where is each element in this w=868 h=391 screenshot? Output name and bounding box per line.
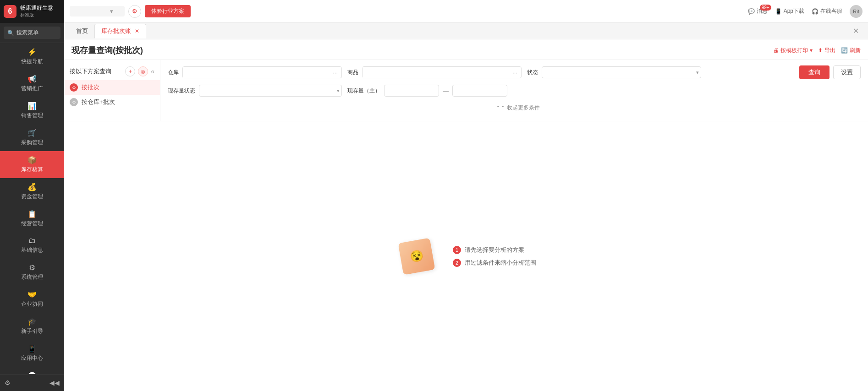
- marketing-icon: 📢: [27, 75, 37, 83]
- filter-item-by-warehouse-batch[interactable]: ⚙ 按仓库+批次: [64, 95, 160, 109]
- sidebar-item-inventory[interactable]: 📦 库存核算: [0, 151, 64, 178]
- chevron-up-icon: ⌃⌃: [496, 105, 505, 111]
- messages-button[interactable]: 💬 消息 99+: [748, 7, 768, 15]
- page-content: 现存量查询(按批次) 🖨 按模板打印 ▾ ⬆ 导出 🔄 刷新: [64, 39, 868, 391]
- message-icon: 💬: [748, 8, 755, 15]
- collapse-more-button[interactable]: ⌃⌃ 收起更多条件: [175, 102, 861, 115]
- filter-sidebar-title: 按以下方案查询: [70, 67, 111, 76]
- sidebar-item-corpwechat[interactable]: 💬 企业微信: [0, 367, 64, 374]
- operations-icon: 📋: [27, 210, 37, 218]
- warehouse-more-icon[interactable]: ···: [329, 69, 341, 76]
- dropdown-icon[interactable]: ▾: [110, 8, 113, 15]
- chevron-down-icon: ▾: [810, 47, 813, 54]
- tab-batch-inventory-label: 库存批次账: [101, 27, 131, 35]
- filter-panel: 按以下方案查询 + ◎ « ⚙ 按批次 ⚙ 按仓库+批次: [64, 60, 868, 121]
- qty-min-input[interactable]: [384, 85, 439, 97]
- page-title: 现存量查询(按批次): [71, 45, 143, 56]
- sidebar-item-label: 库存核算: [21, 166, 43, 174]
- search-icon: 🔍: [7, 30, 14, 36]
- goods-more-icon[interactable]: ···: [509, 69, 521, 76]
- inventory-status-label: 现存量状态: [168, 87, 195, 95]
- sidebar-item-newguide[interactable]: 🎓 新手引导: [0, 313, 64, 340]
- quick-nav-icon: ⚡: [27, 48, 37, 56]
- sidebar-item-finance[interactable]: 💰 资金管理: [0, 178, 64, 205]
- sidebar-item-sales[interactable]: 📊 销售管理: [0, 97, 64, 124]
- goods-input-wrapper: ···: [362, 66, 522, 78]
- close-all-button[interactable]: ✕: [849, 27, 863, 35]
- inventory-qty-label: 现存量（主）: [347, 87, 380, 95]
- topbar: ▾ ⚙ 体验行业方案 💬 消息 99+ 📱 App下载 🎧 在线客服 Rit: [64, 0, 868, 23]
- refresh-icon: 🔄: [841, 47, 848, 54]
- online-service-button[interactable]: 🎧 在线客服: [812, 7, 842, 15]
- filter-add-button[interactable]: +: [125, 66, 135, 76]
- empty-state: 1 请先选择要分析的方案 2 用过滤条件来缩小分析范围: [64, 121, 868, 391]
- refresh-button[interactable]: 🔄 刷新: [841, 47, 861, 54]
- page-header: 现存量查询(按批次) 🖨 按模板打印 ▾ ⬆ 导出 🔄 刷新: [64, 39, 868, 60]
- sidebar: 6 畅康通好生意 标准版 🔍 搜索菜单 ⚡ 快捷导航 📢 营销推广 📊 销售管理…: [0, 0, 64, 391]
- sidebar-item-quick-nav[interactable]: ⚡ 快捷导航: [0, 43, 64, 70]
- headset-icon: 🎧: [812, 8, 819, 15]
- user-menu-button[interactable]: Rit: [850, 5, 863, 18]
- system-icon: ⚙: [29, 263, 35, 272]
- sidebar-item-purchase[interactable]: 🛒 采购管理: [0, 124, 64, 151]
- filter-target-button[interactable]: ◎: [138, 66, 148, 76]
- tab-area-close: ✕: [849, 27, 863, 35]
- tab-batch-inventory[interactable]: 库存批次账 ✕: [94, 24, 146, 38]
- filter-item-by-batch[interactable]: ⚙ 按批次: [64, 80, 160, 95]
- status-label: 状态: [527, 69, 538, 76]
- sidebar-item-label: 系统管理: [21, 273, 43, 281]
- sidebar-item-label: 采购管理: [21, 139, 43, 147]
- status-select[interactable]: [546, 67, 696, 78]
- experience-button[interactable]: 体验行业方案: [145, 5, 191, 17]
- sidebar-item-basic[interactable]: 🗂 基础信息: [0, 232, 64, 259]
- export-button[interactable]: ⬆ 导出: [818, 47, 835, 54]
- appcenter-icon: 📱: [27, 344, 37, 353]
- sidebar-item-marketing[interactable]: 📢 营销推广: [0, 70, 64, 97]
- topbar-left: ▾ ⚙ 体验行业方案: [70, 5, 744, 18]
- sidebar-item-operations[interactable]: 📋 经营管理: [0, 205, 64, 232]
- sidebar-item-label: 应用中心: [21, 354, 43, 362]
- empty-box-graphic: [398, 238, 435, 275]
- filter-sidebar: 按以下方案查询 + ◎ « ⚙ 按批次 ⚙ 按仓库+批次: [64, 60, 160, 121]
- inventory-status-select[interactable]: [203, 85, 337, 96]
- sidebar-settings-button[interactable]: ⚙: [5, 379, 11, 386]
- sidebar-item-label: 经营管理: [21, 220, 43, 228]
- topbar-settings-button[interactable]: ⚙: [128, 5, 141, 18]
- sidebar-header: 6 畅康通好生意 标准版: [0, 0, 64, 23]
- topbar-search-input[interactable]: [73, 8, 110, 15]
- finance-icon: 💰: [27, 183, 37, 191]
- settings-button[interactable]: 设置: [833, 65, 861, 79]
- app-download-button[interactable]: 📱 App下载: [775, 7, 804, 15]
- messages-badge: 99+: [760, 5, 771, 11]
- tab-close-button[interactable]: ✕: [135, 28, 139, 34]
- print-template-button[interactable]: 🖨 按模板打印 ▾: [773, 47, 813, 54]
- sidebar-item-enterprise[interactable]: 🤝 企业协同: [0, 286, 64, 313]
- app-name: 畅康通好生意: [20, 5, 53, 12]
- app-info: 畅康通好生意 标准版: [20, 5, 53, 18]
- sidebar-collapse-button[interactable]: ◀◀: [49, 379, 60, 386]
- qty-max-input[interactable]: [452, 85, 507, 97]
- app-version: 标准版: [20, 12, 53, 18]
- sidebar-item-label: 基础信息: [21, 246, 43, 254]
- goods-input[interactable]: [363, 67, 509, 78]
- app-logo: 6: [4, 5, 16, 18]
- warehouse-input-wrapper: ···: [182, 66, 342, 78]
- sidebar-item-label: 快捷导航: [21, 58, 43, 65]
- sidebar-item-system[interactable]: ⚙ 系统管理: [0, 259, 64, 286]
- sidebar-search-area[interactable]: 🔍 搜索菜单: [0, 23, 64, 43]
- sidebar-search-button[interactable]: 🔍 搜索菜单: [4, 27, 60, 39]
- chevron-down-icon: ▾: [696, 70, 699, 76]
- chevron-down-icon2: ▾: [337, 88, 340, 94]
- goods-group: 商品 ···: [347, 66, 522, 78]
- filter-sidebar-actions: + ◎ «: [125, 66, 154, 76]
- query-button[interactable]: 查询: [799, 65, 830, 79]
- filter-collapse-button[interactable]: «: [151, 68, 154, 75]
- warehouse-input[interactable]: [183, 67, 329, 78]
- sidebar-item-label: 新手引导: [21, 327, 43, 335]
- filter-sidebar-header: 按以下方案查询 + ◎ «: [64, 65, 160, 80]
- tab-home[interactable]: 首页: [70, 24, 94, 38]
- sidebar-item-appcenter[interactable]: 📱 应用中心: [0, 340, 64, 367]
- sales-icon: 📊: [27, 102, 37, 110]
- warehouse-label: 仓库: [168, 69, 179, 76]
- sidebar-item-label: 企业协同: [21, 300, 43, 308]
